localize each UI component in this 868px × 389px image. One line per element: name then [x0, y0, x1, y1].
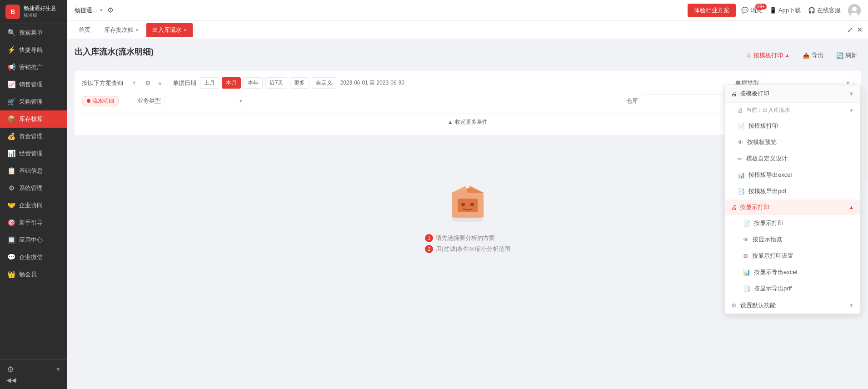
- display-preview-item[interactable]: 👁 按显示预览: [725, 231, 860, 248]
- filter-tag-dot: [87, 99, 90, 103]
- sidebar-item-label: 销售管理: [19, 80, 43, 89]
- tab-batch-account[interactable]: 库存批次账 ×: [98, 23, 145, 37]
- excel-icon: 📊: [738, 172, 745, 179]
- sidebar-item-finance[interactable]: 💰 资金管理: [0, 128, 67, 145]
- display-export-pdf-item[interactable]: 📑 按显示导出pdf: [725, 280, 860, 297]
- sidebar-logo: B 畅捷通好生意 标准版: [0, 0, 67, 24]
- date-btn-more[interactable]: 更多: [290, 77, 309, 89]
- sidebar-item-sales[interactable]: 📈 销售管理: [0, 76, 67, 93]
- svg-marker-7: [468, 186, 484, 193]
- template-preview-label: 按模板预览: [747, 138, 777, 146]
- sidebar-item-label: 应用中心: [19, 236, 43, 244]
- display-print-label: 按显示打印: [754, 219, 783, 227]
- sidebar-item-app-center[interactable]: 🔲 应用中心: [0, 231, 67, 249]
- tab-home-label: 首页: [79, 26, 90, 34]
- tab-flow-label: 出入库流水: [152, 26, 182, 34]
- sidebar-item-operation[interactable]: 📊 经营管理: [0, 145, 67, 162]
- brand-name: 畅捷通好生意: [24, 5, 56, 12]
- filter-tag-label: 流水明细: [92, 97, 114, 105]
- template-design-item[interactable]: ✏ 模板自定义设计: [725, 150, 860, 167]
- basic-icon: 📋: [7, 167, 15, 175]
- template-export-pdf-item[interactable]: 📑 按模板导出pdf: [725, 183, 860, 199]
- collapse-filter-button[interactable]: ▲ 收起更多条件: [448, 115, 488, 129]
- tab-close-all-icon[interactable]: ✕: [857, 25, 863, 34]
- filter-add-icon[interactable]: ＋: [130, 78, 138, 88]
- filter-settings-icon[interactable]: ⚙: [145, 80, 151, 87]
- sidebar-item-label: 系统管理: [19, 184, 43, 192]
- set-default-function[interactable]: ⚙ 设置默认功能 ▼: [725, 297, 860, 314]
- template-export-excel-label: 按模板导出excel: [748, 171, 792, 179]
- date-btn-7days[interactable]: 近7天: [265, 77, 288, 89]
- collapse-up-icon: ▲: [448, 119, 453, 125]
- sidebar-item-label: 基础信息: [19, 167, 43, 175]
- date-btn-last-month[interactable]: 上月: [200, 77, 219, 89]
- member-icon: 👑: [7, 270, 15, 279]
- tab-flow-close[interactable]: ×: [184, 27, 187, 33]
- settings-footer-icon: ⚙: [731, 302, 737, 309]
- tab-flow[interactable]: 出入库流水 ×: [146, 23, 193, 37]
- template-preview-item[interactable]: 👁 按模板预览: [725, 134, 860, 150]
- current-template-arrow[interactable]: ▼: [849, 108, 854, 113]
- sidebar-item-quick-nav[interactable]: ⚡ 快捷导航: [0, 41, 67, 59]
- sidebar-search[interactable]: 🔍 搜索菜单: [0, 24, 67, 41]
- resize-handle[interactable]: [865, 91, 868, 182]
- filter-collapse-icon[interactable]: «: [158, 80, 162, 87]
- guide-icon: 🎯: [7, 219, 15, 227]
- print-expand-arrow[interactable]: ▲: [785, 53, 790, 58]
- tab-batch-account-close[interactable]: ×: [135, 27, 139, 33]
- topbar-dropdown-arrow[interactable]: ▾: [100, 7, 103, 13]
- tab-expand-icon[interactable]: ⤢: [847, 25, 853, 34]
- sidebar-item-system[interactable]: ⚙ 系统管理: [0, 180, 67, 197]
- pdf-icon: 📑: [738, 188, 745, 195]
- collapse-filter-label: 收起更多条件: [455, 118, 488, 126]
- date-btn-current-month[interactable]: 本月: [222, 77, 241, 89]
- topbar-gear-icon[interactable]: ⚙: [107, 6, 114, 15]
- sidebar-item-guide[interactable]: 🎯 新手引导: [0, 214, 67, 231]
- user-avatar[interactable]: [848, 4, 861, 17]
- template-section-header[interactable]: 🖨 按模板打印 ▼: [725, 85, 860, 103]
- purchase-icon: 🛒: [7, 98, 15, 106]
- settings-bottom-icon[interactable]: ⚙: [6, 365, 15, 374]
- trial-button[interactable]: 体验行业方案: [688, 4, 736, 17]
- display-export-excel-item[interactable]: 📊 按显示导出excel: [725, 264, 860, 280]
- sidebar-item-member[interactable]: 👑 畅会员: [0, 266, 67, 283]
- date-btn-current-year[interactable]: 本年: [244, 77, 263, 89]
- export-button[interactable]: 📤 导出: [799, 50, 827, 61]
- svg-point-9: [461, 203, 465, 206]
- collapse-sidebar-icon[interactable]: ◀◀: [6, 376, 16, 384]
- marketing-icon: 📢: [7, 63, 15, 71]
- message-badge: 99+: [755, 4, 767, 10]
- display-print-item[interactable]: 📄 按显示打印: [725, 215, 860, 231]
- sidebar-item-label: 快捷导航: [19, 46, 43, 54]
- refresh-icon: 🔄: [836, 52, 843, 59]
- sidebar-item-basic[interactable]: 📋 基础信息: [0, 162, 67, 180]
- customer-service-button[interactable]: 🎧 在线客服: [808, 6, 841, 15]
- template-print-item[interactable]: 📄 按模板打印: [725, 118, 860, 134]
- print-dropdown-panel: 🖨 按模板打印 ▼ 🖨 当前：出入库流水 ▼ 📄 按模板打印 👁 按模板预览: [724, 85, 861, 314]
- print-template-button[interactable]: 🖨 按模板打印 ▲: [742, 50, 793, 61]
- display-print-settings-item[interactable]: ⚙ 按显示打印设置: [725, 248, 860, 264]
- printer-section-icon: 🖨: [731, 90, 737, 97]
- refresh-button[interactable]: 🔄 刷新: [833, 50, 861, 61]
- filter-tag-water[interactable]: 流水明细: [82, 96, 119, 106]
- svg-point-1: [852, 7, 857, 11]
- app-download-button[interactable]: 📱 App下载: [769, 6, 801, 15]
- display-print-icon: 📄: [743, 220, 750, 227]
- sidebar-item-inventory[interactable]: 📦 库存核算: [0, 110, 67, 128]
- business-type-select[interactable]: ▾: [165, 96, 246, 106]
- export-icon: 📤: [803, 52, 810, 59]
- date-btn-custom[interactable]: 自定义: [312, 77, 336, 89]
- template-export-excel-item[interactable]: 📊 按模板导出excel: [725, 167, 860, 183]
- sidebar-item-marketing[interactable]: 📢 营销推广: [0, 59, 67, 76]
- display-section-arrow[interactable]: ▲: [849, 204, 854, 210]
- display-section-title-text: 按显示打印: [740, 203, 769, 211]
- tab-home[interactable]: 首页: [73, 23, 96, 37]
- display-section-header[interactable]: 🖨 按显示打印 ▲: [725, 199, 860, 215]
- sidebar-item-wechat[interactable]: 💬 企业微信: [0, 249, 67, 266]
- template-section-arrow[interactable]: ▼: [849, 91, 854, 96]
- sidebar-item-enterprise[interactable]: 🤝 企业协同: [0, 197, 67, 214]
- message-button[interactable]: 💬 消息 99+: [741, 6, 762, 15]
- footer-arrow: ▼: [849, 303, 854, 308]
- template-section-title: 🖨 按模板打印: [731, 90, 769, 98]
- sidebar-item-purchase[interactable]: 🛒 采购管理: [0, 93, 67, 110]
